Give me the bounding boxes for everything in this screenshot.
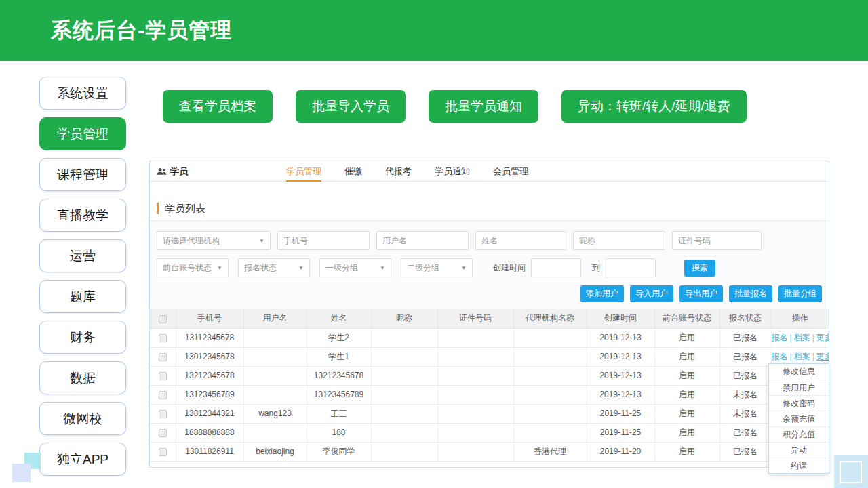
ops-separator: |	[812, 333, 814, 342]
tab-item[interactable]: 会员管理	[493, 161, 528, 182]
sidebar-item-entry[interactable]: 课程管理	[39, 158, 126, 191]
section-title: 学员列表	[157, 203, 205, 214]
quick-action-button[interactable]: 批量导入学员	[296, 90, 406, 123]
filter-select[interactable]: 前台账号状态▼	[157, 258, 229, 277]
row-checkbox[interactable]	[159, 391, 167, 399]
filter-input[interactable]	[475, 231, 566, 250]
filter-input[interactable]	[277, 231, 370, 250]
filter-area: 请选择代理机构▼ 前台账号状态▼报名状态▼一级分组▼二级分组▼创建时间到搜索 添…	[150, 222, 829, 309]
row-checkbox[interactable]	[159, 448, 167, 456]
table-cell	[437, 366, 513, 385]
row-checkbox-cell	[150, 347, 176, 366]
search-button[interactable]: 搜索	[684, 260, 715, 277]
table-cell	[243, 347, 307, 366]
section-header: 学员列表	[150, 197, 829, 221]
sidebar-item-entry[interactable]: 数据	[39, 361, 126, 394]
sidebar-item-active[interactable]: 学员管理	[39, 117, 126, 150]
op-link[interactable]: 档案	[794, 352, 810, 361]
select-all-checkbox[interactable]	[159, 315, 167, 323]
row-checkbox-cell	[150, 385, 176, 404]
op-link[interactable]: 档案	[794, 333, 810, 342]
sidebar-item-entry[interactable]: 直播教学	[39, 199, 126, 232]
table-cell	[243, 385, 307, 404]
column-header: 前台账号状态	[654, 309, 719, 328]
chevron-down-icon: ▼	[380, 265, 385, 271]
table-cell: 18888888888	[176, 423, 243, 442]
sidebar-item-entry[interactable]: 微网校	[39, 402, 126, 435]
panel-title: 学员	[170, 165, 188, 178]
row-checkbox-cell	[150, 404, 176, 423]
quick-action-button[interactable]: 异动：转班/转人/延期/退费	[561, 90, 747, 123]
menu-item[interactable]: 余额充值	[769, 411, 829, 426]
table-row: 188888888881882019-11-25启用已报名	[150, 423, 829, 442]
sidebar-item-entry[interactable]: 系统设置	[39, 77, 126, 110]
table-cell: 李俊同学	[307, 442, 371, 461]
filter-select[interactable]: 二级分组▼	[401, 258, 473, 277]
quick-action-button[interactable]: 批量学员通知	[429, 90, 538, 123]
row-checkbox[interactable]	[159, 334, 167, 342]
op-link[interactable]: 报名	[772, 333, 788, 342]
op-link[interactable]: 更多	[816, 352, 829, 361]
table-cell: 2019-12-13	[587, 366, 654, 385]
bulk-action-button[interactable]: 批量报名	[729, 285, 772, 302]
ops-cell: 报名|档案|更多	[771, 328, 829, 347]
bulk-action-button[interactable]: 导入用户	[630, 285, 673, 302]
bulk-action-button[interactable]: 添加用户	[580, 285, 624, 302]
table-cell	[513, 366, 587, 385]
tab-item[interactable]: 代报考	[385, 161, 412, 182]
bulk-action-button[interactable]: 导出用户	[679, 285, 723, 302]
bulk-action-button[interactable]: 批量分组	[778, 285, 822, 302]
filter-select[interactable]: 报名状态▼	[238, 258, 310, 277]
date-from-input[interactable]	[531, 258, 581, 277]
row-checkbox[interactable]	[159, 353, 167, 361]
menu-item[interactable]: 修改密码	[769, 395, 829, 411]
table-cell: 2019-12-13	[587, 347, 654, 366]
table-cell	[371, 366, 437, 385]
table-cell	[513, 404, 587, 423]
table-row: 13212345678132123456782019-12-13启用已报名	[150, 366, 829, 385]
more-actions-menu: 修改信息禁用用户修改密码余额充值积分充值异动约课	[768, 363, 829, 474]
filter-select-value: 前台账号状态	[163, 262, 212, 274]
app-header: 系统后台-学员管理	[0, 0, 868, 61]
table-row: 13012345678学生12019-12-13启用已报名报名|档案|更多	[150, 347, 829, 366]
menu-item[interactable]: 积分充值	[769, 426, 829, 442]
table-cell: wang123	[243, 404, 307, 423]
op-link[interactable]: 报名	[772, 352, 788, 361]
menu-item[interactable]: 异动	[769, 442, 829, 458]
reg-status-cell: 未报名	[719, 385, 771, 404]
row-checkbox[interactable]	[159, 372, 167, 380]
row-checkbox[interactable]	[159, 410, 167, 418]
menu-item[interactable]: 修改信息	[769, 364, 829, 380]
table-cell	[513, 423, 587, 442]
sidebar-item-entry[interactable]: 题库	[39, 280, 126, 313]
filter-select[interactable]: 一级分组▼	[319, 258, 391, 277]
tab-item[interactable]: 催缴	[344, 161, 362, 182]
table-header-row: 手机号用户名姓名昵称证件号码代理机构名称创建时间前台账号状态报名状态操作	[150, 309, 829, 328]
table-cell: 2019-12-13	[587, 385, 654, 404]
filter-select-value: 一级分组	[326, 262, 358, 274]
table-cell	[371, 385, 437, 404]
sidebar-item-entry[interactable]: 独立APP	[39, 443, 126, 476]
sidebar-item-entry[interactable]: 运营	[39, 239, 126, 272]
tab-active[interactable]: 学员管理	[286, 161, 321, 182]
table-cell	[437, 328, 513, 347]
filter-select[interactable]: 请选择代理机构▼	[157, 231, 271, 250]
table-cell: 2019-11-20	[587, 442, 654, 461]
date-to-input[interactable]	[606, 258, 656, 277]
menu-item[interactable]: 禁用用户	[769, 380, 829, 395]
table-cell: 启用	[654, 328, 719, 347]
column-header: 手机号	[176, 309, 243, 328]
menu-item[interactable]: 约课	[769, 458, 829, 473]
column-header: 证件号码	[437, 309, 513, 328]
tab-item[interactable]: 学员通知	[435, 161, 470, 182]
row-checkbox[interactable]	[159, 429, 167, 437]
filter-input[interactable]	[376, 231, 469, 250]
reg-status-cell: 已报名	[719, 328, 771, 347]
filter-input[interactable]	[573, 231, 665, 250]
table-cell	[371, 404, 437, 423]
sidebar: 系统设置学员管理课程管理直播教学运营题库财务数据微网校独立APP	[39, 77, 126, 483]
sidebar-item-entry[interactable]: 财务	[39, 321, 126, 354]
filter-input[interactable]	[672, 231, 762, 250]
quick-action-button[interactable]: 查看学员档案	[163, 90, 273, 123]
op-link[interactable]: 更多	[816, 333, 829, 342]
